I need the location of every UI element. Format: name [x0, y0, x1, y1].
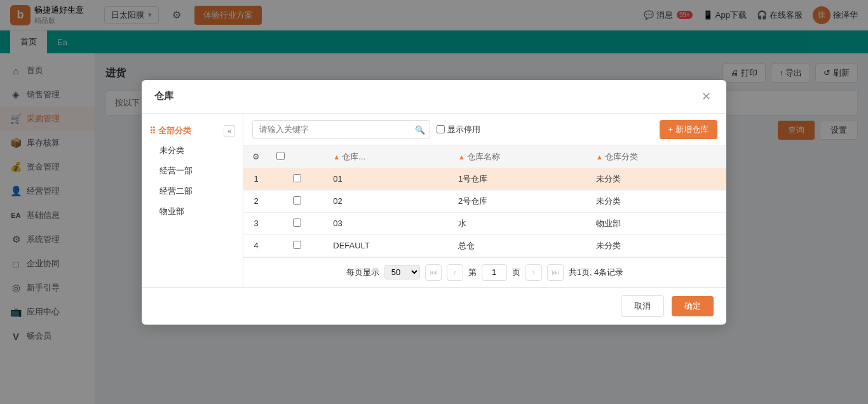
table-row[interactable]: 3 03 水 物业部 [243, 212, 726, 234]
next-page-button[interactable]: › [526, 264, 542, 281]
select-all-checkbox[interactable] [276, 152, 285, 160]
warehouse-modal: 仓库 ✕ ⠿ 全部分类 « [142, 80, 726, 325]
page-unit: 页 [512, 267, 520, 278]
row-code: 01 [325, 168, 451, 190]
row-checkbox-cell [269, 234, 325, 257]
main-layout: ⌂ 首页 ◈ 销售管理 🛒 采购管理 📦 库存核算 💰 资金管理 👤 经营管理 … [0, 53, 868, 404]
row-num: 4 [243, 234, 269, 257]
page-summary: 共1页, 4条记录 [569, 267, 624, 278]
row-name: 2号仓库 [451, 190, 588, 212]
data-table: ⚙ ▲ 仓库... [243, 146, 726, 257]
category-item-dept1[interactable]: 经营一部 [142, 161, 243, 181]
category-item-label: 经营二部 [159, 186, 193, 196]
pagination-bar: 每页显示 50 10 20 100 ⏮ ‹ 第 页 [243, 257, 726, 287]
sort-icon: ▲ [458, 153, 465, 161]
th-category: ▲ 仓库分类 [588, 146, 726, 168]
show-disabled-wrap: 显示停用 [437, 124, 480, 135]
page-number-input[interactable] [482, 264, 507, 281]
modal-header: 仓库 ✕ [142, 80, 726, 114]
category-item-label: 未分类 [159, 145, 184, 155]
row-num: 3 [243, 212, 269, 234]
th-code: ▲ 仓库... [325, 146, 451, 168]
sort-icon: ▲ [333, 153, 340, 161]
modal-overlay: 仓库 ✕ ⠿ 全部分类 « [95, 53, 868, 404]
page-label: 第 [468, 267, 477, 278]
modal-title: 仓库 [154, 90, 173, 102]
add-warehouse-button[interactable]: + 新增仓库 [660, 120, 717, 139]
grid-icon: ⠿ [149, 126, 156, 136]
show-disabled-label: 显示停用 [447, 124, 480, 135]
search-input-wrap: 🔍 [252, 120, 430, 139]
row-num: 1 [243, 168, 269, 190]
row-name: 总仓 [451, 234, 588, 257]
table-row[interactable]: 1 01 1号仓库 未分类 [243, 168, 726, 190]
row-name: 1号仓库 [451, 168, 588, 190]
th-name-label: 仓库名称 [467, 151, 500, 163]
row-code: 02 [325, 190, 451, 212]
prev-page-button[interactable]: ‹ [447, 264, 463, 281]
category-item-property[interactable]: 物业部 [142, 201, 243, 222]
category-item-label: 物业部 [159, 206, 184, 216]
row-checkbox-cell [269, 190, 325, 212]
row-category: 未分类 [588, 234, 726, 257]
show-disabled-checkbox[interactable] [437, 125, 445, 133]
cancel-button[interactable]: 取消 [621, 295, 664, 317]
close-icon[interactable]: ✕ [698, 89, 714, 104]
table-row[interactable]: 2 02 2号仓库 未分类 [243, 190, 726, 212]
row-checkbox[interactable] [293, 241, 301, 249]
per-page-label: 每页显示 [346, 267, 379, 278]
table-panel: 🔍 显示停用 + 新增仓库 [243, 114, 726, 287]
search-input[interactable] [252, 120, 430, 139]
row-name: 水 [451, 212, 588, 234]
th-code-label: 仓库... [342, 151, 365, 163]
row-category: 未分类 [588, 190, 726, 212]
category-item-label: 经营一部 [159, 166, 193, 175]
category-header[interactable]: ⠿ 全部分类 « [142, 121, 243, 140]
table-header-row: ⚙ ▲ 仓库... [243, 146, 726, 168]
search-icon[interactable]: 🔍 [415, 125, 425, 134]
table-toolbar: 🔍 显示停用 + 新增仓库 [243, 114, 726, 146]
warehouse-table: ⚙ ▲ 仓库... [243, 146, 726, 257]
row-checkbox[interactable] [293, 219, 301, 227]
last-page-button[interactable]: ⏭ [547, 264, 564, 281]
category-panel: ⠿ 全部分类 « 未分类 经营一部 经营二部 [142, 114, 243, 287]
category-item-unclassified[interactable]: 未分类 [142, 140, 243, 161]
row-checkbox[interactable] [293, 196, 301, 205]
modal-body: ⠿ 全部分类 « 未分类 经营一部 经营二部 [142, 114, 726, 287]
row-checkbox-cell [269, 168, 325, 190]
row-checkbox-cell [269, 212, 325, 234]
table-row[interactable]: 4 DEFAULT 总仓 未分类 [243, 234, 726, 257]
collapse-button[interactable]: « [224, 125, 235, 137]
th-check [269, 146, 325, 168]
category-header-label: 全部分类 [158, 125, 191, 137]
per-page-select[interactable]: 50 10 20 100 [384, 265, 420, 279]
row-checkbox[interactable] [293, 174, 301, 182]
row-category: 未分类 [588, 168, 726, 190]
th-name: ▲ 仓库名称 [451, 146, 588, 168]
row-num: 2 [243, 190, 269, 212]
category-item-dept2[interactable]: 经营二部 [142, 181, 243, 201]
sort-icon: ▲ [596, 153, 603, 161]
first-page-button[interactable]: ⏮ [425, 264, 442, 281]
row-category: 物业部 [588, 212, 726, 234]
row-code: 03 [325, 212, 451, 234]
modal-footer: 取消 确定 [142, 287, 726, 325]
confirm-button[interactable]: 确定 [672, 296, 714, 316]
th-gear: ⚙ [243, 146, 269, 168]
row-code: DEFAULT [325, 234, 451, 257]
th-category-label: 仓库分类 [605, 151, 638, 163]
content-area: 进货 🖨 打印 ↑ 导出 ↺ 刷新 按以下 查询 设置 仓库 [95, 53, 868, 404]
